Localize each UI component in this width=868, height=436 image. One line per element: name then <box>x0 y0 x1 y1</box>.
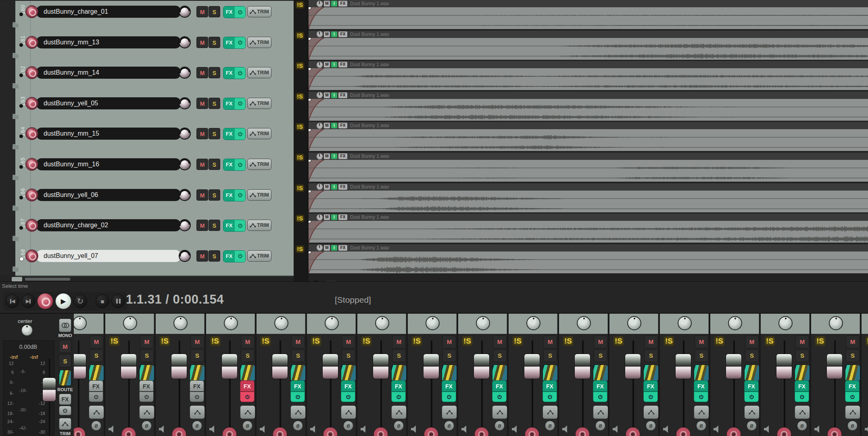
item-mute-button[interactable]: M <box>324 92 330 98</box>
channel-solo-button[interactable]: S <box>745 349 759 362</box>
mixer-channel-strip[interactable]: !SMSFXø <box>710 314 761 436</box>
item-fx-button[interactable]: FX <box>338 62 347 67</box>
item-mute-button[interactable]: M <box>324 153 330 159</box>
channel-phase-button[interactable]: ø <box>142 421 152 431</box>
channel-envelope-button[interactable] <box>744 405 760 419</box>
solo-button[interactable]: S <box>209 128 220 139</box>
item-volume-knob-icon[interactable] <box>317 245 323 251</box>
pan-knob[interactable] <box>179 250 191 262</box>
channel-fx-power-button[interactable] <box>744 392 759 402</box>
channel-envelope-button[interactable] <box>593 405 608 419</box>
channel-fader-handle[interactable] <box>171 354 187 379</box>
master-fader-handle[interactable] <box>42 377 56 402</box>
item-fx-button[interactable]: FX <box>338 153 347 159</box>
channel-envelope-button[interactable] <box>190 405 205 419</box>
trim-envelope-button[interactable]: TRIM <box>247 6 271 17</box>
channel-pan-knob[interactable] <box>426 316 440 330</box>
item-notes-button[interactable]: i <box>331 123 337 128</box>
track-select-dot[interactable] <box>19 104 23 108</box>
solo-button[interactable]: S <box>209 159 220 170</box>
channel-record-arm-button[interactable] <box>726 427 741 436</box>
mixer-channel-strip[interactable]: !SMSFXø <box>357 314 408 436</box>
channel-phase-button[interactable]: ø <box>343 421 353 431</box>
pan-knob[interactable] <box>179 97 191 109</box>
channel-route-button[interactable] <box>391 365 407 382</box>
channel-fx-power-button[interactable] <box>190 392 204 402</box>
channel-pan-knob[interactable] <box>325 316 339 330</box>
master-volume-readout[interactable]: 0.00dB <box>0 344 56 350</box>
channel-fader-handle[interactable] <box>574 354 590 379</box>
mixer-channel-strip[interactable]: !SMSFXø <box>609 314 660 436</box>
mixer-channel-strip[interactable]: !SMSFXø <box>811 314 862 436</box>
channel-fx-power-button[interactable] <box>694 392 708 402</box>
track-name[interactable]: dustBunny_yell_07 <box>36 250 181 262</box>
channel-mute-button[interactable]: M <box>846 335 860 348</box>
channel-fx-button[interactable]: FX <box>542 380 557 392</box>
channel-phase-button[interactable]: ø <box>91 421 101 431</box>
channel-fx-power-button[interactable] <box>139 392 154 402</box>
item-fx-button[interactable]: FX <box>338 245 347 251</box>
media-item-header[interactable]: MiFXDust Bunny 1.wav <box>309 31 868 38</box>
fx-button[interactable]: FX <box>223 67 246 79</box>
channel-phase-button[interactable]: ø <box>293 421 303 431</box>
channel-solo-button[interactable]: S <box>392 349 406 362</box>
channel-pan-knob[interactable] <box>728 316 742 330</box>
channel-mute-button[interactable]: M <box>140 335 154 348</box>
channel-solo-button[interactable]: S <box>644 349 658 362</box>
channel-route-button[interactable] <box>341 365 356 382</box>
pan-knob[interactable] <box>179 219 191 231</box>
channel-solo-button[interactable]: S <box>90 349 103 362</box>
channel-route-button[interactable] <box>442 365 457 382</box>
fx-power-icon[interactable] <box>235 128 245 140</box>
channel-record-arm-button[interactable] <box>323 427 338 436</box>
channel-pan-knob[interactable] <box>123 316 137 330</box>
channel-fx-power-button[interactable] <box>795 392 809 402</box>
channel-envelope-button[interactable] <box>240 405 255 419</box>
channel-envelope-button[interactable] <box>542 405 558 419</box>
mixer-channel-strip[interactable]: MSFXø <box>74 314 105 436</box>
channel-pan-knob[interactable] <box>173 316 188 330</box>
solo-button[interactable]: S <box>209 67 220 78</box>
mute-button[interactable]: M <box>196 250 208 262</box>
channel-pan-knob[interactable] <box>476 316 490 330</box>
channel-record-arm-button[interactable] <box>424 427 438 436</box>
item-fx-button[interactable]: FX <box>338 31 347 37</box>
fx-power-icon[interactable] <box>235 220 245 231</box>
mixer-channel-strip[interactable]: !SMSFXø <box>206 314 257 436</box>
record-arm-button[interactable] <box>25 189 38 201</box>
trim-envelope-button[interactable]: TRIM <box>247 37 271 48</box>
mixer-channel-strip[interactable]: !SMSFXø <box>408 314 458 436</box>
item-notes-button[interactable]: i <box>331 184 337 190</box>
channel-pan-knob[interactable] <box>829 316 843 330</box>
channel-fx-power-button[interactable] <box>391 392 406 402</box>
channel-fader-handle[interactable] <box>726 354 742 379</box>
channel-route-button[interactable] <box>845 365 860 382</box>
master-route-button[interactable] <box>59 370 71 386</box>
channel-fx-button[interactable]: FX <box>240 380 255 392</box>
channel-fader-handle[interactable] <box>625 354 641 379</box>
channel-fx-power-button[interactable] <box>593 392 607 402</box>
channel-mute-button[interactable]: M <box>493 335 507 348</box>
item-volume-knob-icon[interactable] <box>317 153 323 159</box>
channel-fx-power-button[interactable] <box>542 392 557 402</box>
transport-go-to-start-button[interactable]: ◀ <box>6 294 19 308</box>
master-trim-envelope-button[interactable] <box>59 418 71 430</box>
track-name[interactable]: dustBunny_mm_15 <box>36 128 181 140</box>
channel-phase-button[interactable]: ø <box>595 421 605 431</box>
record-arm-button[interactable] <box>25 5 38 18</box>
channel-route-button[interactable] <box>492 365 507 382</box>
channel-fx-power-button[interactable] <box>290 392 305 402</box>
channel-fx-button[interactable]: FX <box>341 380 355 392</box>
channel-mute-button[interactable]: M <box>795 335 809 348</box>
channel-pan-knob[interactable] <box>224 316 238 330</box>
transport-stop-button[interactable]: ■ <box>96 294 109 308</box>
channel-phase-button[interactable]: ø <box>646 421 656 431</box>
solo-button[interactable]: S <box>209 98 220 109</box>
channel-solo-button[interactable]: S <box>442 349 456 362</box>
channel-envelope-button[interactable] <box>290 405 306 419</box>
track-name[interactable]: dustBunny_mm_14 <box>36 67 181 79</box>
channel-fx-power-button[interactable] <box>89 392 103 402</box>
channel-solo-button[interactable]: S <box>594 349 607 362</box>
channel-route-button[interactable] <box>643 365 659 382</box>
mixer-channel-strip[interactable]: !SMSFXø <box>559 314 609 436</box>
